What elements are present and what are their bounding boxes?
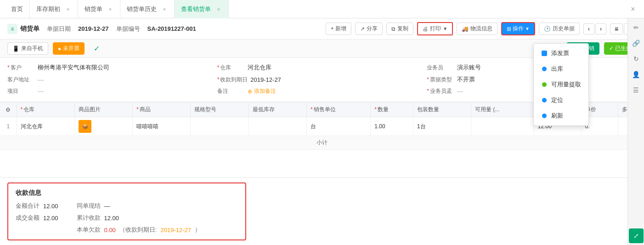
tab-home[interactable]: 首页 (5, 0, 30, 18)
doc-icon: ≡ (7, 24, 17, 34)
due-hint-end: ） (195, 226, 201, 234)
warehouse-label: 仓库 (217, 64, 245, 72)
print-label: 打印 (430, 25, 441, 33)
locate-icon (541, 97, 548, 103)
tab-sales-order-history-label: 销货单历史 (127, 5, 157, 13)
cell-sales-unit: 台 (306, 117, 370, 136)
add-remark-button[interactable]: ⊕ 添加备注 (248, 87, 276, 95)
new-label: + 新增 (331, 25, 346, 33)
logistics-button[interactable]: 🚚 物流信息 (457, 23, 497, 35)
cell-qty: 1.00 (371, 117, 413, 136)
dropdown-add-invoice[interactable]: 添发票 (534, 46, 588, 61)
salesperson-field: 业务员 演示账号 (427, 63, 637, 72)
tab-sales-order-history[interactable]: 销货单历史 × (120, 0, 175, 18)
tab-view-sales-order-close[interactable]: × (215, 6, 222, 12)
dropdown-out-stock[interactable]: 出库 (534, 61, 588, 77)
doc-actions: + 新增 ↗ 分享 ⧉ 复制 🖨 打印 ▼ 🚚 物流信息 ⊞ 操作 (326, 22, 637, 35)
available-qty-icon (541, 81, 548, 88)
add-remark-label: 添加备注 (254, 87, 276, 95)
share-label: 分享 (367, 25, 378, 33)
pager-buttons: ‹ › (583, 23, 606, 34)
amount-total-value: 12.00 (43, 203, 58, 210)
customer-addr-value: — (38, 76, 44, 83)
date-label: 单据日期 (47, 25, 71, 33)
sidebar-link-btn[interactable]: 🔗 (629, 36, 644, 51)
sidebar-list-btn[interactable]: ☰ (629, 83, 644, 97)
doc-icon-symbol: ≡ (11, 26, 14, 32)
collection-col-right: 同单现结 — 累计收款 12.00 本单欠款 0.00 （收款到期日: 2019… (77, 202, 201, 234)
subtotal-label: 小计 (0, 136, 644, 150)
pager-prev[interactable]: ‹ (583, 23, 594, 34)
tab-sales-order[interactable]: 销货单 × (78, 0, 120, 18)
add-invoice-label: 添发票 (551, 49, 569, 57)
sidebar-expand-btn[interactable]: ⤢ (629, 228, 644, 243)
tab-bar: 首页 库存期初 × 销货单 × 销货单历史 × 查看销货单 × × (0, 0, 644, 18)
cell-product: 嘻嘻嘻嘻 (133, 117, 191, 136)
amount-total-label: 金额合计 (16, 202, 40, 210)
dropdown-overlay: 添发票 出库 可用量提取 定位 刷新 (533, 43, 589, 126)
dropdown-refresh[interactable]: 刷新 (534, 108, 588, 124)
cell-available (471, 117, 534, 136)
customer-addr-field: 客户地址 — (7, 76, 217, 84)
tab-sales-order-close[interactable]: × (107, 6, 113, 12)
deal-amount-item: 成交金额 12.00 (16, 214, 58, 222)
tab-view-sales-order[interactable]: 查看销货单 × (175, 0, 229, 18)
cell-index: 1 (0, 117, 17, 136)
project-value: — (38, 88, 44, 95)
not-open-button[interactable]: ● 未开票 (53, 42, 85, 55)
check-icon-btn[interactable]: ✓ (89, 42, 104, 55)
refresh-label: 刷新 (551, 112, 563, 120)
deal-amount-label: 成交金额 (16, 214, 40, 222)
col-product-img: 商品图片 (74, 103, 132, 117)
check-icon3: ✓ (609, 45, 614, 51)
col-min-stock: 最低库存 (249, 103, 306, 117)
copy-icon: ⧉ (391, 26, 395, 32)
settings-icon[interactable]: ⚙ (6, 107, 11, 113)
same-order-label: 同单现结 (77, 202, 101, 210)
col-sales-unit: 销售单位 (306, 103, 370, 117)
from-mobile-button[interactable]: 📱 来自手机 (7, 42, 48, 55)
new-button[interactable]: + 新增 (326, 23, 351, 35)
col-warehouse: 仓库 (17, 103, 74, 117)
view-list[interactable]: ≡ (610, 23, 623, 34)
salesperson2-value: — (457, 88, 463, 95)
tab-sales-order-history-close[interactable]: × (161, 6, 168, 12)
copy-button[interactable]: ⧉ 复制 (386, 23, 413, 35)
pager-next[interactable]: › (595, 23, 606, 34)
dropdown-available-qty[interactable]: 可用量提取 (534, 77, 588, 92)
right-sidebar: ✏ 🔗 ↻ 👤 ☰ ⤢ (627, 18, 644, 245)
doc-title-text: 销货单 (20, 25, 40, 33)
this-order-label: 本单欠款 (77, 226, 101, 234)
ops-button[interactable]: ⊞ 操作 ▼ (501, 22, 535, 35)
link-icon: 🔗 (632, 40, 640, 47)
salesperson-label: 业务员 (427, 64, 454, 72)
tab-bar-right: × (627, 3, 639, 16)
salesperson2-label: 业务员孟 (427, 87, 454, 95)
sidebar-rotate-btn[interactable]: ↻ (629, 51, 644, 66)
same-order-item: 同单现结 — (77, 202, 201, 210)
rotate-icon: ↻ (633, 55, 639, 63)
sidebar-user-btn[interactable]: 👤 (629, 67, 644, 82)
sidebar-edit-btn[interactable]: ✏ (629, 20, 644, 35)
project-label: 项目 (7, 87, 35, 95)
subtotal-row: 小计 (0, 136, 644, 150)
history-button[interactable]: 🕐 历史单据 (539, 23, 580, 35)
dropdown-menu: 添发票 出库 可用量提取 定位 刷新 (533, 43, 589, 126)
share-button[interactable]: ↗ 分享 (355, 23, 383, 35)
cell-min-stock (249, 117, 306, 136)
number-label: 单据编号 (116, 25, 140, 33)
close-all-button[interactable]: × (627, 3, 639, 16)
tab-inventory-init-close[interactable]: × (65, 6, 71, 12)
print-button[interactable]: 🖨 打印 ▼ (417, 22, 453, 35)
not-open-icon: ● (58, 46, 61, 52)
dropdown-locate[interactable]: 定位 (534, 92, 588, 108)
list-icon: ☰ (633, 86, 639, 94)
tab-inventory-init[interactable]: 库存期初 × (30, 0, 78, 18)
tab-sales-order-label: 销货单 (85, 5, 102, 13)
ops-icon: ⊞ (507, 26, 511, 32)
locate-label: 定位 (551, 96, 563, 104)
cell-product-img: 📦 (74, 117, 132, 136)
due-date-value: 2019-12-27 (250, 76, 281, 83)
date-value: 2019-12-27 (78, 25, 109, 32)
print-chevron: ▼ (443, 26, 447, 31)
